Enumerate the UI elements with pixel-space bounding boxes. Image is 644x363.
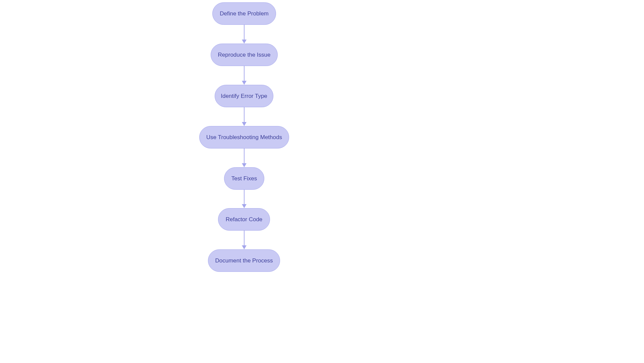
node-label: Use Troubleshooting Methods	[206, 134, 282, 141]
arrow-line	[244, 148, 245, 163]
arrow-head-icon	[242, 81, 247, 85]
node-label: Refactor Code	[226, 216, 263, 223]
arrow-line	[244, 107, 245, 122]
node-identify-error: Identify Error Type	[215, 85, 273, 107]
arrow-head-icon	[242, 245, 247, 249]
arrow-line	[244, 66, 245, 81]
node-refactor-code: Refactor Code	[218, 208, 270, 231]
node-label: Identify Error Type	[221, 93, 267, 100]
arrow-head-icon	[242, 122, 247, 126]
arrow-line	[244, 231, 245, 245]
arrow-line	[244, 25, 245, 40]
arrow-line	[244, 190, 245, 204]
node-troubleshoot: Use Troubleshooting Methods	[199, 126, 289, 148]
node-label: Test Fixes	[231, 175, 257, 182]
node-document-process: Document the Process	[208, 249, 280, 272]
arrow-head-icon	[242, 204, 247, 208]
arrow-head-icon	[242, 163, 247, 167]
node-reproduce-issue: Reproduce the Issue	[211, 44, 278, 66]
flowchart-canvas: Define the Problem Reproduce the Issue I…	[0, 0, 644, 363]
node-label: Define the Problem	[220, 10, 269, 17]
node-label: Document the Process	[215, 257, 273, 264]
node-label: Reproduce the Issue	[218, 52, 271, 58]
node-define-problem: Define the Problem	[212, 2, 276, 25]
arrow-head-icon	[242, 40, 247, 44]
node-test-fixes: Test Fixes	[224, 167, 264, 190]
